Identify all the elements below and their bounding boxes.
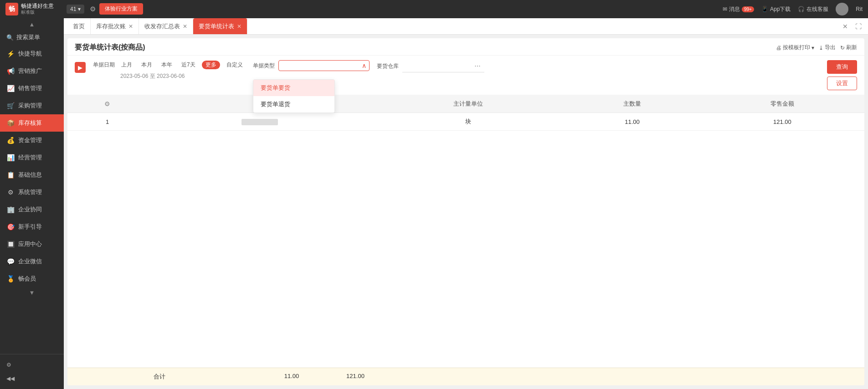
sidebar-item-quick-nav[interactable]: ⚡ 快捷导航 [0, 45, 64, 62]
tab-order-stats[interactable]: 要货单统计表 ✕ [193, 18, 247, 34]
settings-gear-header[interactable]: ⚙ [90, 5, 96, 13]
sidebar-item-inventory[interactable]: 📦 库存核算 [0, 114, 64, 132]
warehouse-filter-label: 要货仓库 [377, 62, 399, 70]
header-left: 畅 畅捷通好生意 标准版 41 ▾ ⚙ 体验行业方案 [5, 3, 143, 15]
sidebar-label-marketing: 营销推广 [18, 67, 42, 75]
btn-custom-date[interactable]: 自定义 [224, 60, 246, 70]
app-center-icon: 🔲 [6, 241, 15, 248]
btn-this-year[interactable]: 本年 [159, 60, 175, 70]
content-area: 首页 库存批次账 ✕ 收发存汇总表 ✕ 要货单统计表 ✕ ✕ ⛶ 要货 [64, 18, 868, 389]
tab-close-all-btn[interactable]: ✕ [840, 22, 851, 31]
tab-inventory-batch-close[interactable]: ✕ [128, 23, 133, 30]
operations-icon: 📊 [6, 154, 15, 161]
print-btn[interactable]: 🖨 按模板打印 ▾ [776, 44, 814, 51]
sidebar-item-wechat[interactable]: 💬 企业微信 [0, 253, 64, 270]
sidebar-collapse-btn[interactable]: ◀◀ [0, 372, 64, 385]
type-dropdown: 要货单要货 要货单退货 [253, 79, 335, 113]
industry-btn[interactable]: 体验行业方案 [99, 3, 143, 15]
warehouse-select[interactable]: ··· [402, 60, 484, 72]
app-download-btn[interactable]: 📱 App下载 [761, 5, 791, 13]
type-select-arrow[interactable]: ∧ [359, 62, 369, 69]
tab-receivables-label: 收发存汇总表 [144, 22, 180, 31]
sidebar-item-finance[interactable]: 💰 资金管理 [0, 132, 64, 149]
query-btn[interactable]: 查询 [827, 60, 857, 74]
sidebar-label-quick-nav: 快捷导航 [18, 50, 42, 58]
sidebar-label-inventory: 库存核算 [18, 119, 42, 127]
search-label: 搜索菜单 [16, 33, 40, 41]
quick-nav-icon: ⚡ [6, 50, 15, 57]
messages-btn[interactable]: ✉ 消息 99+ [723, 5, 754, 13]
online-service-btn[interactable]: 🎧 在线客服 [798, 5, 828, 13]
product-name-placeholder [241, 119, 278, 125]
sales-icon: 📈 [6, 85, 15, 92]
search-icon: 🔍 [6, 34, 14, 41]
footer-amount: 121.00 [337, 373, 374, 381]
type-select[interactable]: ∧ [278, 60, 370, 71]
inventory-icon: 📦 [6, 119, 15, 127]
table-settings-gear[interactable]: ⚙ [104, 100, 110, 107]
btn-this-month[interactable]: 本月 [139, 60, 155, 70]
tab-receivables[interactable]: 收发存汇总表 ✕ [139, 18, 193, 34]
page-title: 要货单统计表(按商品) [75, 43, 145, 52]
btn-prev-month[interactable]: 上月 [118, 60, 135, 70]
dropdown-item-order-return[interactable]: 要货单退货 [253, 96, 334, 113]
refresh-label: 刷新 [846, 44, 857, 51]
system-icon: ⚙ [6, 189, 15, 196]
col-quantity-header: 主数量 [564, 95, 700, 113]
tab-inventory-batch[interactable]: 库存批次账 ✕ [91, 18, 139, 34]
sidebar-item-purchase[interactable]: 🛒 采购管理 [0, 97, 64, 114]
sidebar-item-sales[interactable]: 📈 销售管理 [0, 80, 64, 97]
online-service-label: 在线客服 [806, 5, 828, 13]
sidebar-item-beginner[interactable]: 🎯 新手引导 [0, 218, 64, 235]
date-range-row: 2023-05-06 至 2023-06-06 [93, 72, 246, 80]
warehouse-more-btn[interactable]: ··· [474, 62, 480, 70]
store-dropdown-icon: ▾ [78, 6, 81, 12]
print-dropdown-icon: ▾ [812, 45, 814, 51]
wechat-icon: 💬 [6, 258, 15, 265]
user-name: Rit [856, 6, 863, 12]
sidebar-item-basic[interactable]: 📋 基础信息 [0, 166, 64, 184]
expand-toggle-btn[interactable]: ▶ [75, 62, 86, 73]
sidebar-item-marketing[interactable]: 📢 营销推广 [0, 62, 64, 80]
user-avatar[interactable] [836, 3, 848, 15]
tab-home-label: 首页 [73, 22, 85, 31]
scroll-down-btn[interactable]: ▼ [0, 287, 64, 298]
tab-receivables-close[interactable]: ✕ [183, 23, 187, 30]
sidebar-label-wechat: 企业微信 [18, 257, 42, 266]
sidebar-item-member[interactable]: 🏅 畅会员 [0, 270, 64, 287]
btn-more-dates[interactable]: 更多 [202, 61, 220, 69]
date-filter-row: 单据日期 上月 本月 本年 近7天 更多 自定义 [93, 60, 246, 70]
print-label: 按模板打印 [783, 44, 810, 51]
tab-home[interactable]: 首页 [67, 18, 91, 34]
sidebar-settings-btn[interactable]: ⚙ [0, 358, 64, 372]
type-input[interactable] [279, 61, 359, 71]
sidebar-item-system[interactable]: ⚙ 系统管理 [0, 184, 64, 201]
store-selector[interactable]: 41 ▾ [67, 5, 84, 14]
refresh-btn[interactable]: ↻ 刷新 [840, 44, 857, 51]
sidebar-item-enterprise[interactable]: 🏢 企业协同 [0, 201, 64, 218]
page-actions: 🖨 按模板打印 ▾ ⤓ 导出 ↻ 刷新 [776, 44, 857, 51]
sidebar-label-basic: 基础信息 [18, 171, 42, 179]
export-icon: ⤓ [819, 45, 823, 51]
store-name: 41 [70, 6, 76, 12]
sidebar-item-app-center[interactable]: 🔲 应用中心 [0, 235, 64, 253]
tab-order-stats-close[interactable]: ✕ [237, 23, 241, 30]
tab-expand-btn[interactable]: ⛶ [853, 22, 864, 31]
type-filter-wrapper: 单据类型 ∧ 要货单要货 要货单退货 [253, 60, 370, 71]
beginner-icon: 🎯 [6, 223, 15, 230]
export-btn[interactable]: ⤓ 导出 [819, 44, 836, 51]
sidebar-search[interactable]: 🔍 搜索菜单 [0, 30, 64, 45]
sidebar-item-operations[interactable]: 📊 经营管理 [0, 149, 64, 166]
table-header-row: ⚙ 商品 主计量单位 主数量 零售金额 [67, 95, 864, 113]
table-container: ⚙ 商品 主计量单位 主数量 零售金额 1 [67, 95, 864, 368]
top-header: 畅 畅捷通好生意 标准版 41 ▾ ⚙ 体验行业方案 ✉ 消息 99+ 📱 Ap… [0, 0, 868, 18]
collapse-icon: ◀◀ [6, 375, 15, 382]
scroll-up-btn[interactable]: ▲ [0, 18, 64, 30]
warehouse-filter-wrapper: 要货仓库 ··· [377, 60, 484, 72]
btn-last-7days[interactable]: 近7天 [179, 60, 198, 70]
filter-bar: ▶ 单据日期 上月 本月 本年 近7天 更多 自定义 2023-05-06 至 [67, 56, 864, 95]
app-download-icon: 📱 [761, 6, 768, 12]
footer-label: 合计 [137, 373, 182, 381]
dropdown-item-order-goods[interactable]: 要货单要货 [253, 80, 334, 96]
filter-settings-btn[interactable]: 设置 [827, 77, 857, 90]
